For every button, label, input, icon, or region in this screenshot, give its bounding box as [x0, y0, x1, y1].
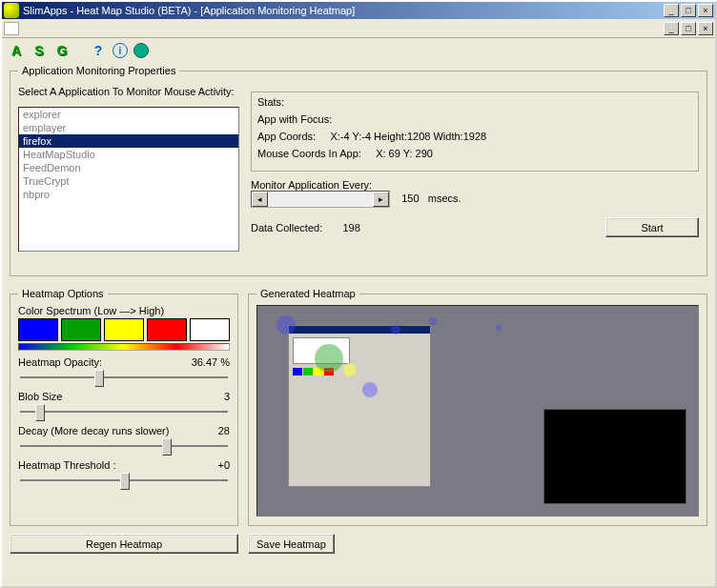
titlebar[interactable]: SlimApps - Heat Map Studio (BETA) - [App… [2, 2, 715, 19]
globe-icon[interactable] [133, 43, 149, 58]
mdi-child-icon[interactable] [4, 22, 19, 35]
monitoring-properties-legend: Application Monitoring Properties [18, 65, 179, 76]
scroll-track[interactable] [268, 192, 373, 207]
app-list-item[interactable]: TrueCrypt [19, 174, 238, 188]
preview-window [288, 325, 431, 487]
color-swatch[interactable] [18, 318, 58, 341]
scroll-left-icon[interactable]: ◂ [252, 192, 268, 207]
regen-heatmap-button[interactable]: Regen Heatmap [10, 534, 238, 554]
mdi-minimize-button[interactable]: _ [664, 22, 679, 35]
preview-secondary-window [543, 409, 686, 504]
mdi-maximize-button[interactable]: □ [681, 22, 696, 35]
decay-value: 28 [218, 425, 230, 436]
info-icon[interactable]: i [113, 43, 128, 58]
minimize-button[interactable]: _ [664, 4, 679, 17]
app-list-item[interactable]: explorer [19, 108, 238, 121]
generated-heatmap-legend: Generated Heatmap [256, 288, 359, 299]
close-button[interactable]: × [698, 4, 713, 17]
help-icon[interactable]: ? [90, 42, 107, 59]
stats-legend: Stats: [257, 96, 692, 108]
app-list-item[interactable]: FeedDemon [19, 161, 238, 174]
generated-heatmap-group: Generated Heatmap [248, 288, 707, 526]
mdi-bar: _ □ × [2, 19, 715, 38]
color-swatch[interactable] [61, 318, 101, 341]
monitor-interval-value: 150 [401, 193, 419, 204]
opacity-label: Heatmap Opacity: [18, 356, 102, 368]
main-window: SlimApps - Heat Map Studio (BETA) - [App… [0, 0, 717, 588]
toolbar-g-icon[interactable]: G [53, 42, 71, 59]
app-coords-label: App Coords: [257, 131, 316, 142]
application-listbox[interactable]: exploreremplayerfirefoxHeatMapStudioFeed… [18, 107, 239, 252]
maximize-button[interactable]: □ [681, 4, 696, 17]
blob-size-label: Blob Size [18, 391, 62, 402]
data-collected-value: 198 [342, 222, 359, 233]
mouse-coords-value: X: 69 Y: 290 [376, 148, 433, 159]
app-list-item[interactable]: nbpro [19, 188, 238, 201]
monitor-interval-unit: msecs. [428, 193, 461, 204]
decay-slider[interactable] [18, 436, 230, 456]
app-list-item[interactable]: emplayer [19, 121, 238, 134]
toolbar-s-icon[interactable]: S [31, 42, 48, 59]
mdi-close-button[interactable]: × [698, 22, 713, 35]
app-icon [4, 3, 19, 18]
mouse-coords-label: Mouse Coords In App: [257, 148, 361, 159]
heatmap-options-group: Heatmap Options Color Spectrum (Low —> H… [10, 288, 238, 526]
blob-size-slider[interactable] [18, 402, 230, 421]
stats-group: Stats: App with Focus: App Coords: X:-4 … [251, 91, 699, 172]
heatmap-options-legend: Heatmap Options [18, 288, 108, 299]
heatmap-preview [256, 305, 699, 517]
app-list-item[interactable]: firefox [19, 134, 238, 148]
monitor-interval-scrollbar[interactable]: ◂ ▸ [251, 191, 390, 208]
monitoring-properties-group: Application Monitoring Properties Select… [10, 65, 707, 276]
spectrum-gradient [18, 343, 230, 351]
threshold-slider[interactable] [18, 471, 230, 490]
scroll-right-icon[interactable]: ▸ [373, 192, 389, 207]
monitor-every-label: Monitor Application Every: [251, 179, 372, 191]
threshold-value: +0 [217, 459, 230, 471]
toolbar-a-icon[interactable]: A [8, 42, 25, 59]
toolbar: A S G ? i [2, 38, 715, 63]
opacity-value: 36.47 % [192, 356, 230, 368]
start-button[interactable]: Start [605, 217, 699, 237]
blob-size-value: 3 [224, 391, 230, 402]
app-coords-value: X:-4 Y:-4 Height:1208 Width:1928 [330, 131, 486, 142]
app-with-focus-label: App with Focus: [257, 113, 692, 125]
window-title: SlimApps - Heat Map Studio (BETA) - [App… [23, 5, 662, 16]
color-swatch[interactable] [104, 318, 144, 341]
spectrum-swatches [18, 318, 230, 341]
data-collected-label: Data Collected: [251, 222, 322, 233]
color-swatch[interactable] [190, 318, 230, 341]
threshold-label: Heatmap Threshold : [18, 459, 116, 471]
save-heatmap-button[interactable]: Save Heatmap [248, 534, 335, 554]
color-spectrum-label: Color Spectrum (Low —> High) [18, 305, 230, 316]
app-list-item[interactable]: HeatMapStudio [19, 148, 238, 161]
color-swatch[interactable] [147, 318, 187, 341]
decay-label: Decay (More decay runs slower) [18, 425, 169, 436]
opacity-slider[interactable] [18, 368, 230, 387]
